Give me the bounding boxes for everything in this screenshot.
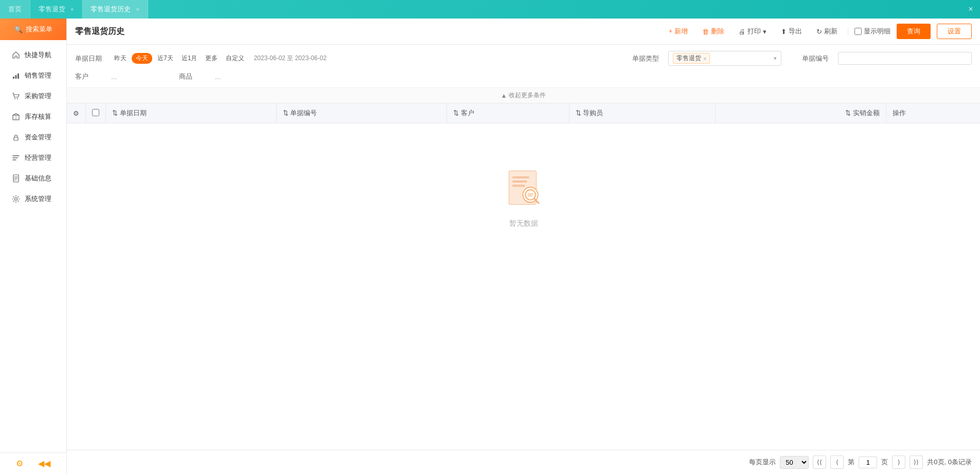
export-icon: ⬆ — [781, 28, 787, 35]
collapse-filters-button[interactable]: ▲ 收起更多条件 — [67, 87, 980, 103]
tab-retail-return[interactable]: 零售退货 × — [30, 0, 82, 19]
customer-filter-label: 客户 — [75, 72, 111, 81]
th-guide[interactable]: ⇅ 导购员 — [569, 103, 716, 123]
sidebar-search[interactable]: 🔍 搜索菜单 — [0, 19, 66, 40]
sidebar-search-label: 搜索菜单 — [26, 25, 52, 34]
sidebar-item-finance[interactable]: 资金管理 — [3, 127, 63, 147]
date-btn-today[interactable]: 今天 — [132, 53, 152, 64]
delete-button[interactable]: 🗑 删除 — [698, 25, 728, 38]
sidebar-item-purchase[interactable]: 采购管理 — [3, 86, 63, 106]
filter-row-date: 单据日期 昨天 今天 近7天 近1月 更多 自定义 2023-06-02 至 2… — [75, 51, 972, 66]
box-icon — [11, 112, 21, 121]
date-btn-yesterday[interactable]: 昨天 — [111, 53, 130, 64]
th-action: 操作 — [886, 103, 980, 123]
sidebar-item-purchase-label: 采购管理 — [25, 92, 51, 101]
svg-rect-1 — [15, 75, 17, 79]
query-button[interactable]: 查询 — [897, 24, 931, 39]
th-gear[interactable]: ⚙ — [67, 103, 86, 123]
page-last-button[interactable]: ⟩⟩ — [910, 455, 923, 469]
cart-icon — [11, 92, 21, 101]
tab-retail-return-close[interactable]: × — [70, 6, 74, 12]
number-filter-label: 单据编号 — [802, 54, 838, 63]
page-first-button[interactable]: ⟨⟨ — [813, 455, 826, 469]
data-table: ⚙ ⇅ 单据日期 ⇅ 单据编号 — [67, 103, 980, 269]
home-icon — [11, 50, 21, 60]
filter-area: 单据日期 昨天 今天 近7天 近1月 更多 自定义 2023-06-02 至 2… — [67, 45, 980, 103]
sidebar-item-base-info[interactable]: 基础信息 — [3, 169, 63, 188]
search-icon: 🔍 — [14, 26, 23, 33]
settings-footer-icon[interactable]: ⚙ — [16, 459, 23, 468]
refresh-button-label: 刷新 — [824, 27, 838, 36]
th-amount[interactable]: ⇅ 实销金额 — [716, 103, 886, 123]
filter-row-customer: 客户 ... 商品 ... — [75, 72, 972, 81]
th-number[interactable]: ⇅ 单据编号 — [276, 103, 447, 123]
goods-filter-input[interactable]: ... — [215, 72, 221, 81]
select-all-checkbox[interactable] — [92, 109, 99, 116]
settings-button[interactable]: 设置 — [937, 24, 972, 39]
window-close-button[interactable]: × — [961, 0, 980, 19]
page-number-input[interactable] — [859, 457, 877, 468]
page-header: 零售退货历史 + 新增 🗑 删除 🖨 打印 ▾ ⬆ 导出 — [67, 19, 980, 45]
type-tag[interactable]: 零售退货 × — [673, 53, 710, 64]
customer-filter-input[interactable]: ... — [111, 72, 117, 81]
type-tag-label: 零售退货 — [676, 54, 701, 63]
th-customer[interactable]: ⇅ 客户 — [447, 103, 569, 123]
display-detail-toggle[interactable]: 显示明细 — [854, 27, 890, 36]
number-filter-input[interactable] — [838, 52, 972, 65]
sidebar: 🔍 搜索菜单 快捷导航 — [0, 19, 67, 474]
top-bar: 首页 零售退货 × 零售退货历史 × × — [0, 0, 980, 19]
refresh-button[interactable]: ↻ 刷新 — [812, 25, 842, 38]
sidebar-item-inventory[interactable]: 库存核算 — [3, 107, 63, 126]
sidebar-item-quick-nav-label: 快捷导航 — [25, 50, 51, 60]
date-btn-custom[interactable]: 自定义 — [223, 53, 247, 64]
tab-retail-return-label: 零售退货 — [39, 5, 65, 14]
new-button[interactable]: + 新增 — [665, 25, 692, 38]
th-date[interactable]: ⇅ 单据日期 — [106, 103, 277, 123]
pagination-area: 每页显示 50 100 200 ⟨⟨ ⟨ 第 页 ⟩ ⟩⟩ 共0页, 0条记录 — [67, 450, 980, 474]
svg-rect-6 — [14, 137, 18, 140]
sidebar-item-system[interactable]: 系统管理 — [3, 189, 63, 209]
sidebar-item-quick-nav[interactable]: 快捷导航 — [3, 45, 63, 65]
table-area: ⚙ ⇅ 单据日期 ⇅ 单据编号 — [67, 103, 980, 450]
empty-state-text: 暂无数据 — [509, 219, 538, 228]
header-divider — [848, 27, 848, 35]
sidebar-footer: ⚙ ◀◀ — [0, 452, 66, 474]
print-button[interactable]: 🖨 打印 ▾ — [735, 25, 771, 38]
date-filter-buttons: 昨天 今天 近7天 近1月 更多 自定义 2023-06-02 至 2023-0… — [111, 53, 612, 64]
svg-rect-0 — [13, 77, 14, 79]
collapse-up-icon: ▲ — [501, 92, 507, 99]
export-button[interactable]: ⬆ 导出 — [777, 25, 806, 38]
date-btn-more[interactable]: 更多 — [202, 53, 221, 64]
tab-home[interactable]: 首页 — [0, 0, 30, 19]
sidebar-item-sales[interactable]: 销售管理 — [3, 66, 63, 85]
date-btn-1month[interactable]: 近1月 — [179, 53, 201, 64]
pagination-summary: 共0页, 0条记录 — [927, 458, 972, 467]
sidebar-item-operations[interactable]: 经营管理 — [3, 148, 63, 168]
page-size-select[interactable]: 50 100 200 — [780, 456, 809, 469]
tab-retail-return-history-close[interactable]: × — [136, 6, 139, 12]
type-filter-select[interactable]: 零售退货 × ▾ — [668, 51, 781, 66]
table-header: ⚙ ⇅ 单据日期 ⇅ 单据编号 — [67, 103, 980, 123]
empty-state-row: 暂无数据 — [67, 123, 980, 270]
th-check[interactable] — [86, 103, 106, 123]
date-btn-7days[interactable]: 近7天 — [154, 53, 176, 64]
type-tag-close[interactable]: × — [703, 56, 706, 62]
table-gear-icon[interactable]: ⚙ — [73, 110, 79, 117]
tab-retail-return-history[interactable]: 零售退货历史 × — [82, 0, 148, 19]
new-button-label: + 新增 — [669, 27, 688, 36]
page-next-button[interactable]: ⟩ — [892, 455, 905, 469]
sidebar-item-system-label: 系统管理 — [25, 194, 51, 204]
date-range-text: 2023-06-02 至 2023-06-02 — [254, 54, 326, 63]
empty-icon — [498, 165, 549, 211]
page-label-pre: 第 — [848, 458, 854, 467]
svg-point-3 — [14, 98, 15, 99]
audio-footer-icon[interactable]: ◀◀ — [38, 459, 50, 468]
date-filter-label: 单据日期 — [75, 54, 111, 63]
lock-icon — [11, 133, 21, 142]
gear-icon — [11, 194, 21, 204]
header-actions: + 新增 🗑 删除 🖨 打印 ▾ ⬆ 导出 ↻ 刷新 — [665, 24, 972, 39]
sidebar-nav: 快捷导航 销售管理 — [0, 40, 66, 452]
display-detail-checkbox[interactable] — [854, 28, 862, 35]
tab-list: 首页 零售退货 × 零售退货历史 × — [0, 0, 961, 19]
page-prev-button[interactable]: ⟨ — [830, 455, 844, 469]
